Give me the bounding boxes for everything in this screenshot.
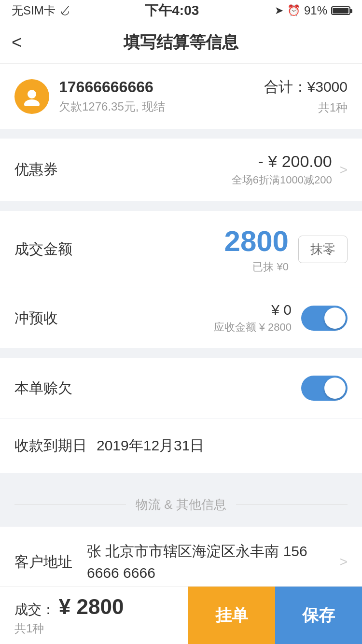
back-button[interactable]: <: [12, 32, 22, 53]
transaction-nums: 2800 已抹 ¥0: [224, 224, 289, 274]
charge-sub: 应收金额 ¥ 2800: [214, 320, 292, 335]
divider-2: [0, 201, 362, 211]
charge-label: 冲预收: [14, 308, 58, 328]
due-date-value: 2019年12月31日: [97, 436, 204, 456]
wifi-icon: ◡̸: [60, 4, 70, 17]
debt-toggle-knob: [324, 378, 346, 399]
battery-text: 91%: [304, 4, 327, 17]
logistics-line-right: [236, 504, 348, 505]
carrier-text: 无SIM卡: [12, 3, 56, 18]
coupon-row[interactable]: 优惠券 - ¥ 200.00 全场6折满1000减200 >: [0, 139, 362, 201]
user-section: 17666666666 欠款1276.35元, 现结 合计：¥3000 共1种: [0, 64, 362, 129]
charge-row: 冲预收 ¥ 0 应收金额 ¥ 2800: [0, 288, 362, 349]
coupon-label: 优惠券: [14, 160, 58, 180]
content: 17666666666 欠款1276.35元, 现结 合计：¥3000 共1种 …: [0, 64, 362, 644]
total-count: 共1种: [264, 100, 348, 115]
charge-toggle[interactable]: [301, 306, 348, 331]
chevron-right-icon: >: [340, 162, 348, 178]
coupon-desc: 全场6折满1000减200: [232, 173, 332, 187]
transaction-row: 成交金额 2800 已抹 ¥0 抹零: [0, 211, 362, 288]
divider-4: [0, 473, 362, 483]
debt-label: 本单赊欠: [14, 378, 72, 398]
bottom-bar: 成交： ¥ 2800 共1种 挂单 保存: [0, 586, 362, 644]
transaction-erased: 已抹 ¥0: [224, 260, 289, 274]
status-bar: 无SIM卡 ◡̸ 下午4:03 ➤ ⏰ 91%: [0, 0, 362, 21]
header: < 填写结算等信息: [0, 21, 362, 64]
divider-3: [0, 349, 362, 358]
total-amount: 合计：¥3000: [264, 77, 348, 97]
coupon-right: - ¥ 200.00 全场6折满1000减200 >: [232, 152, 348, 187]
avatar: [14, 79, 49, 114]
page-title: 填写结算等信息: [124, 31, 238, 54]
save-button[interactable]: 保存: [275, 587, 362, 644]
status-right: ➤ ⏰ 91%: [275, 4, 350, 17]
status-left: 无SIM卡 ◡̸: [12, 3, 70, 18]
user-total: 合计：¥3000 共1种: [264, 77, 348, 115]
svg-point-1: [24, 99, 40, 106]
divider-1: [0, 129, 362, 139]
transaction-label: 成交金额: [14, 239, 72, 259]
status-time: 下午4:03: [145, 1, 199, 20]
address-label: 客户地址: [14, 552, 72, 572]
debt-row: 本单赊欠: [0, 358, 362, 419]
address-text: 张 北京市市辖区海淀区永丰南 156 6666 6666: [87, 540, 335, 584]
bottom-amount: ¥ 2800: [59, 595, 124, 618]
address-chevron-icon: >: [340, 554, 348, 570]
bottom-deal-line: 成交： ¥ 2800: [14, 595, 174, 619]
charge-right: ¥ 0 应收金额 ¥ 2800: [214, 302, 348, 335]
round-button[interactable]: 抹零: [298, 236, 348, 263]
logistics-line-left: [14, 504, 126, 505]
toggle-knob: [324, 308, 346, 329]
transaction-amount: 2800: [224, 224, 289, 258]
location-icon: ➤: [275, 4, 283, 17]
transaction-right: 2800 已抹 ¥0 抹零: [224, 224, 348, 274]
hold-button[interactable]: 挂单: [188, 587, 275, 644]
due-date-label: 收款到期日: [14, 436, 87, 456]
bottom-summary: 成交： ¥ 2800 共1种: [0, 595, 188, 636]
logistics-label: 物流 & 其他信息: [136, 496, 226, 513]
user-details: 17666666666 欠款1276.35元, 现结: [59, 78, 165, 114]
user-info: 17666666666 欠款1276.35元, 现结: [14, 78, 165, 114]
battery-icon: [331, 6, 350, 15]
debt-toggle[interactable]: [301, 376, 348, 401]
bottom-count: 共1种: [14, 621, 174, 636]
charge-amount: ¥ 0: [214, 302, 292, 318]
due-date-row: 收款到期日 2019年12月31日: [0, 419, 362, 473]
logistics-divider: 物流 & 其他信息: [0, 483, 362, 527]
charge-info: ¥ 0 应收金额 ¥ 2800: [214, 302, 292, 335]
address-right: 张 北京市市辖区海淀区永丰南 156 6666 6666 >: [87, 540, 348, 584]
coupon-info: - ¥ 200.00 全场6折满1000减200: [232, 152, 332, 187]
coupon-amount: - ¥ 200.00: [232, 152, 332, 171]
alarm-icon: ⏰: [287, 4, 300, 17]
svg-point-0: [28, 90, 36, 98]
bottom-deal-label: 成交：: [14, 602, 55, 617]
user-phone: 17666666666: [59, 78, 165, 96]
user-debt: 欠款1276.35元, 现结: [59, 99, 165, 114]
